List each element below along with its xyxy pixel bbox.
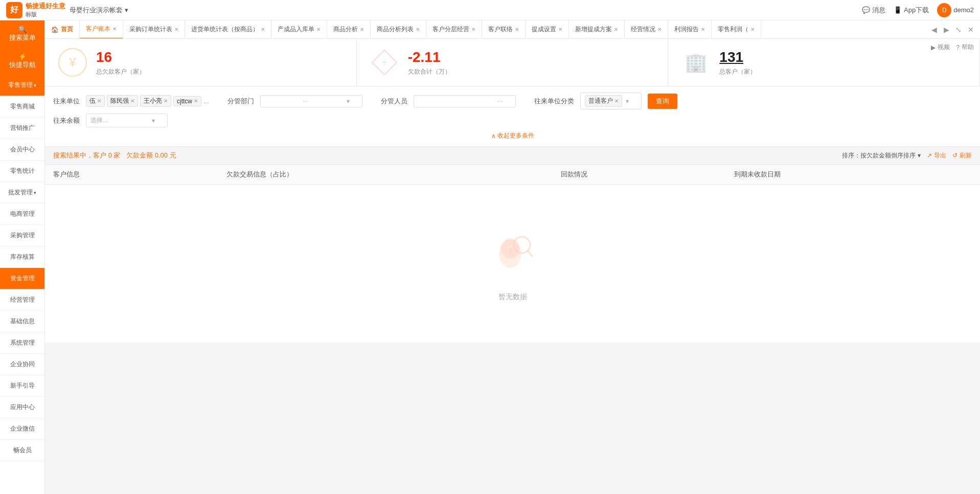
tab-product-list-close[interactable]: ✕ bbox=[416, 27, 420, 32]
tab-profit-label: 利润报告 bbox=[674, 25, 699, 34]
sidebar-item-app-center[interactable]: 应用中心 bbox=[0, 397, 44, 418]
tag-wang-close[interactable]: ✕ bbox=[164, 98, 168, 104]
demo-label: 母婴行业演示帐套 bbox=[70, 6, 123, 15]
tab-purchase-close[interactable]: ✕ bbox=[174, 27, 178, 32]
tab-incoming-close[interactable]: ✕ bbox=[261, 27, 265, 32]
tab-purchase-orders[interactable]: 采购订单统计表 ✕ bbox=[123, 20, 185, 39]
sidebar-item-ecommerce-label: 电商管理 bbox=[10, 210, 35, 217]
tab-product-close[interactable]: ✕ bbox=[316, 27, 321, 32]
person-select[interactable]: ··· bbox=[414, 95, 516, 107]
user-menu[interactable]: D demo2 bbox=[937, 3, 974, 17]
stat-icon-3: 🏢 bbox=[680, 47, 711, 78]
results-amount-value: 0.00 bbox=[155, 151, 168, 159]
refresh-icon: ↺ bbox=[952, 152, 958, 159]
app-download-btn[interactable]: 📱 App下载 bbox=[894, 6, 929, 15]
tab-prev-btn[interactable]: ◀ bbox=[929, 25, 939, 35]
remaining-placeholder: 选择... bbox=[90, 116, 108, 125]
video-btn[interactable]: ▶ 视频 bbox=[931, 43, 950, 52]
query-button[interactable]: 查询 bbox=[648, 94, 677, 109]
unit-filter-tags: 伍 ✕ 陈民强 ✕ 王小亮 ✕ cjttcw ✕ bbox=[86, 95, 209, 107]
help-btn[interactable]: ? 帮助 bbox=[956, 43, 974, 52]
demo-selector[interactable]: 母婴行业演示帐套 ▾ bbox=[70, 6, 128, 15]
sidebar-item-basic-info[interactable]: 基础信息 bbox=[0, 311, 44, 332]
sidebar-quick-nav[interactable]: ⚡ 快捷导航 bbox=[0, 48, 44, 75]
tab-business[interactable]: 经营情况 ✕ bbox=[625, 20, 668, 39]
sidebar-item-retail-mgmt[interactable]: 零售管理 ▾ bbox=[0, 75, 44, 96]
collapse-btn[interactable]: ∧ 收起更多条件 bbox=[491, 131, 534, 140]
tab-tier-close[interactable]: ✕ bbox=[471, 27, 475, 32]
tab-incoming-stats[interactable]: 进货单统计表（按商品） ✕ bbox=[185, 20, 271, 39]
tab-next-btn[interactable]: ▶ bbox=[941, 25, 951, 35]
sidebar-item-newuser-label: 新手引导 bbox=[10, 382, 35, 389]
sidebar-item-member-center[interactable]: 会员中心 bbox=[0, 139, 44, 161]
tab-customer-contact[interactable]: 客户联络 ✕ bbox=[482, 20, 526, 39]
sidebar-item-system-label: 系统管理 bbox=[10, 339, 35, 346]
tab-close-all-btn[interactable]: ✕ bbox=[966, 25, 976, 35]
export-btn[interactable]: ↗ 导出 bbox=[927, 151, 946, 160]
tab-product-analysis[interactable]: 商品分析 ✕ bbox=[327, 20, 371, 39]
tab-product-analysis-list[interactable]: 商品分析列表 ✕ bbox=[371, 20, 426, 39]
sidebar-item-system-mgmt[interactable]: 系统管理 bbox=[0, 332, 44, 354]
tag-wu-close[interactable]: ✕ bbox=[97, 98, 101, 104]
sidebar-item-retail-stats[interactable]: 零售统计 bbox=[0, 161, 44, 182]
tab-expand-btn[interactable]: ⤡ bbox=[953, 25, 964, 35]
tab-new-commission[interactable]: 新增提成方案 ✕ bbox=[569, 20, 625, 39]
remaining-select[interactable]: 选择... ▾ bbox=[86, 114, 168, 127]
dept-more-btn[interactable]: ··· bbox=[303, 98, 308, 105]
message-btn[interactable]: 💬 消息 bbox=[862, 6, 885, 15]
sidebar-item-ecommerce-mgmt[interactable]: 电商管理 bbox=[0, 204, 44, 225]
diamond-icon: + bbox=[370, 48, 399, 77]
tab-commission-close[interactable]: ✕ bbox=[558, 27, 562, 32]
results-bar: 搜索结果中，客户 0 家 欠款金额 0.00 元 排序：按欠款金额倒序排序 ▾ … bbox=[45, 147, 980, 165]
filter-tag-more[interactable]: ... bbox=[203, 97, 209, 105]
tab-profit-close[interactable]: ✕ bbox=[701, 27, 705, 32]
tab-retail-close[interactable]: ✕ bbox=[750, 27, 755, 32]
sidebar-item-inventory[interactable]: 库存核算 bbox=[0, 246, 44, 268]
tab-business-close[interactable]: ✕ bbox=[657, 27, 662, 32]
tab-new-commission-close[interactable]: ✕ bbox=[614, 27, 618, 32]
sort-select[interactable]: 排序：按欠款金额倒序排序 ▾ bbox=[842, 151, 921, 160]
tag-wang-label: 王小亮 bbox=[144, 97, 162, 105]
sidebar-item-purchase-mgmt[interactable]: 采购管理 bbox=[0, 225, 44, 246]
sidebar-item-corp-wechat[interactable]: 企业微信 bbox=[0, 418, 44, 440]
sidebar-item-new-user[interactable]: 新手引导 bbox=[0, 375, 44, 397]
sidebar-item-retail-mall[interactable]: 零售商城 bbox=[0, 96, 44, 118]
results-info: 搜索结果中，客户 0 家 欠款金额 0.00 元 bbox=[53, 151, 176, 160]
tab-profit-report[interactable]: 利润报告 ✕ bbox=[668, 20, 712, 39]
topbar: 好 畅捷通好生意 标版 母婴行业演示帐套 ▾ 💬 消息 📱 App下载 D de… bbox=[0, 0, 980, 20]
category-select[interactable]: 普通客户 ✕ ▾ bbox=[580, 93, 642, 109]
tab-product-inventory[interactable]: 产成品入库单 ✕ bbox=[271, 20, 327, 39]
sidebar-item-retail-mgmt-label: 零售管理 bbox=[8, 81, 33, 89]
sidebar-item-ops-mgmt[interactable]: 经营管理 bbox=[0, 289, 44, 311]
sidebar-item-vip[interactable]: 畅会员 bbox=[0, 440, 44, 461]
sidebar-item-capital-mgmt[interactable]: 资金管理 bbox=[0, 268, 44, 289]
sidebar-item-corp-collab[interactable]: 企业协同 bbox=[0, 354, 44, 375]
chevron-down-icon: ▾ bbox=[125, 6, 128, 14]
refresh-btn[interactable]: ↺ 刷新 bbox=[952, 151, 972, 160]
tab-accounts[interactable]: 客户账本 ✕ bbox=[80, 20, 123, 39]
sidebar-search[interactable]: 🔍 搜索菜单 bbox=[0, 20, 44, 48]
sidebar-item-batch-mgmt[interactable]: 批发管理 ▾ bbox=[0, 182, 44, 204]
dept-select[interactable]: ··· ▾ bbox=[260, 95, 362, 107]
filter-area: 往来单位 伍 ✕ 陈民强 ✕ 王小亮 ✕ bbox=[45, 86, 980, 147]
tab-home[interactable]: 🏠 首页 bbox=[45, 20, 80, 39]
logo-icon: 好 bbox=[6, 2, 22, 18]
logo-title: 畅捷通好生意 bbox=[26, 2, 65, 11]
logo-subtitle: 标版 bbox=[26, 11, 65, 18]
tab-retail-profit[interactable]: 零售利润（ ✕ bbox=[712, 20, 761, 39]
sidebar-item-basic-label: 基础信息 bbox=[10, 318, 35, 325]
tab-accounts-close[interactable]: ✕ bbox=[112, 26, 117, 32]
tab-contact-close[interactable]: ✕ bbox=[515, 27, 519, 32]
person-more-btn[interactable]: ··· bbox=[498, 98, 503, 105]
tag-cj-close[interactable]: ✕ bbox=[194, 98, 198, 104]
tag-chen-close[interactable]: ✕ bbox=[130, 98, 134, 104]
empty-illustration bbox=[487, 226, 538, 277]
main-layout: 🔍 搜索菜单 ⚡ 快捷导航 零售管理 ▾ 零售商城 营销推广 会员中心 零售统计… bbox=[0, 20, 980, 494]
tab-customer-tier[interactable]: 客户分层经营 ✕ bbox=[426, 20, 482, 39]
tab-commission-settings[interactable]: 提成设置 ✕ bbox=[526, 20, 569, 39]
results-count: 0 bbox=[108, 151, 112, 159]
dept-chevron-icon: ▾ bbox=[347, 98, 350, 105]
tab-product-analysis-close[interactable]: ✕ bbox=[360, 27, 364, 32]
category-tag-close[interactable]: ✕ bbox=[614, 98, 619, 104]
sidebar-item-marketing[interactable]: 营销推广 bbox=[0, 118, 44, 139]
